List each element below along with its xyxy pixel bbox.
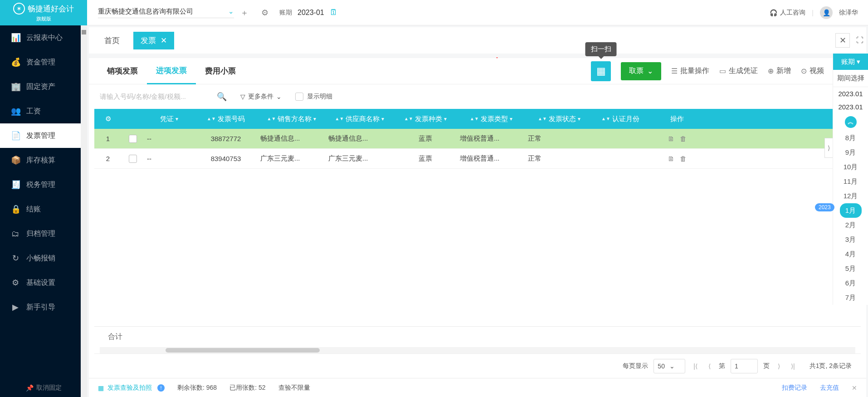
- sidebar-item-label: 基础设置: [26, 278, 55, 288]
- top-header: ✶ 畅捷通好会计 旗舰版 重庆畅捷交通信息咨询有限公司 ⌄ ＋ ⚙ 账期 202…: [0, 0, 868, 25]
- sidebar-item-salary[interactable]: 👥工资: [0, 99, 87, 123]
- video-button[interactable]: ⊙视频: [801, 66, 824, 76]
- month-item[interactable]: 2月: [833, 218, 868, 232]
- archive-icon: 🗂: [11, 229, 20, 239]
- month-item[interactable]: 3月: [833, 232, 868, 247]
- add-label: 新增: [776, 66, 791, 76]
- recharge-link[interactable]: 去充值: [820, 384, 839, 392]
- period-to[interactable]: 2023.01: [833, 100, 868, 113]
- month-item[interactable]: 8月: [833, 131, 868, 145]
- search-icon[interactable]: 🔍: [217, 92, 227, 102]
- period-collapse-handle[interactable]: ⟩: [824, 138, 833, 158]
- row-checkbox[interactable]: [129, 135, 137, 143]
- table-row[interactable]: 1 -- 38872772 畅捷通信息... 畅捷通信息... 蓝票 增值税普通…: [94, 129, 861, 149]
- sidebar-item-inventory[interactable]: 📦库存核算: [0, 148, 87, 172]
- scroll-up-button[interactable]: ︽: [845, 116, 857, 128]
- settings-icon[interactable]: ⚙: [105, 115, 111, 123]
- chart-icon: 📊: [11, 33, 20, 43]
- sort-icon: ▲▼: [404, 118, 413, 120]
- page-label: 第: [719, 362, 725, 370]
- month-item[interactable]: 10月: [833, 160, 868, 174]
- horizontal-scrollbar[interactable]: [100, 347, 855, 353]
- close-icon[interactable]: ✕: [161, 36, 167, 45]
- calendar-icon[interactable]: 🗓: [330, 8, 338, 17]
- charge-record-link[interactable]: 扣费记录: [782, 384, 807, 392]
- headset-icon: 🎧: [770, 9, 777, 16]
- unpin-button[interactable]: 📌取消固定: [0, 379, 87, 397]
- month-item[interactable]: 12月: [833, 189, 868, 203]
- show-detail-checkbox[interactable]: 显示明细: [295, 93, 332, 101]
- prev-page-button[interactable]: ⟨: [706, 363, 713, 370]
- tab-home[interactable]: 首页: [97, 32, 127, 49]
- sidebar-item-guide[interactable]: ▶新手引导: [0, 295, 87, 319]
- unpin-label: 取消固定: [36, 384, 62, 392]
- col-type[interactable]: ▲▼发票类型▾: [457, 115, 525, 123]
- sidebar-item-report[interactable]: 📊云报表中心: [0, 25, 87, 50]
- month-item-current[interactable]: 1月: [840, 203, 862, 218]
- col-voucher[interactable]: 凭证▾: [144, 115, 194, 123]
- filter-icon: ▽: [240, 93, 245, 100]
- month-item[interactable]: 7月: [833, 290, 868, 305]
- sidebar-item-invoice[interactable]: 📄发票管理: [0, 123, 87, 148]
- gear-icon[interactable]: ⚙: [261, 8, 268, 18]
- subtab-receipt[interactable]: 费用小票: [196, 58, 245, 84]
- col-supplier[interactable]: ▲▼供应商名称▾: [326, 115, 394, 123]
- month-item[interactable]: 4月: [833, 247, 868, 261]
- per-page-select[interactable]: 50⌄: [653, 359, 685, 373]
- delete-icon[interactable]: 🗑: [680, 155, 687, 162]
- table-row[interactable]: 2 -- 83940753 广东三元麦... 广东三元麦... 蓝票 增值税普通…: [94, 149, 861, 169]
- period-toggle[interactable]: 账期▾: [833, 54, 868, 70]
- first-page-button[interactable]: |⟨: [691, 363, 700, 370]
- month-item[interactable]: 6月: [833, 276, 868, 290]
- sidebar-item-funds[interactable]: 💰资金管理: [0, 50, 87, 74]
- sidebar-item-archive[interactable]: 🗂归档管理: [0, 221, 87, 246]
- avatar[interactable]: 👤: [820, 6, 833, 19]
- voucher-button[interactable]: ▭生成凭证: [719, 66, 758, 76]
- fullscreen-icon[interactable]: ⛶: [856, 36, 863, 44]
- support-label: 人工咨询: [780, 9, 805, 17]
- scan-qr-button[interactable]: 扫一扫 ▦: [591, 61, 611, 81]
- col-seller[interactable]: ▲▼销售方名称▾: [258, 115, 326, 123]
- sidebar-item-expense[interactable]: ↻小畅报销: [0, 246, 87, 270]
- sidebar-item-tax[interactable]: 🧾税务管理: [0, 172, 87, 197]
- month-item[interactable]: 11月: [833, 174, 868, 189]
- sidebar-item-assets[interactable]: 🏢固定资产: [0, 74, 87, 99]
- batch-button[interactable]: ☰批量操作: [671, 66, 709, 76]
- col-month[interactable]: ▲▼认证月份: [593, 115, 648, 123]
- close-icon[interactable]: ✕: [852, 384, 857, 392]
- tax-icon: 🧾: [11, 180, 20, 190]
- add-icon[interactable]: ＋: [240, 7, 249, 18]
- period-from[interactable]: 2023.01: [833, 87, 868, 100]
- page-tabs: 首页 发票 ✕ ✕ ⛶: [89, 27, 866, 54]
- verify-link[interactable]: ▦ 发票查验及拍照 !: [98, 384, 165, 392]
- fetch-invoice-button[interactable]: 取票 ⌄: [621, 62, 661, 80]
- close-all-tabs[interactable]: ✕: [835, 33, 850, 48]
- sidebar-item-settings[interactable]: ⚙基础设置: [0, 270, 87, 295]
- page-input[interactable]: 1: [731, 359, 758, 373]
- sidebar-scrollbar[interactable]: [81, 25, 87, 397]
- col-number[interactable]: ▲▼发票号码: [194, 115, 258, 123]
- col-op: 操作: [648, 115, 707, 123]
- subtab-purchase[interactable]: 进项发票: [147, 58, 196, 84]
- month-item[interactable]: 9月: [833, 145, 868, 160]
- sidebar-item-close[interactable]: 🔒结账: [0, 197, 87, 221]
- col-status[interactable]: ▲▼发票状态▾: [525, 115, 593, 123]
- tab-invoice[interactable]: 发票 ✕: [133, 32, 174, 49]
- row-checkbox[interactable]: [129, 155, 137, 163]
- month-item[interactable]: 5月: [833, 261, 868, 276]
- add-button[interactable]: ⊕新增: [768, 66, 791, 76]
- search-input[interactable]: [100, 93, 217, 100]
- subtab-sales[interactable]: 销项发票: [98, 58, 147, 84]
- more-conditions[interactable]: ▽ 更多条件 ⌄: [240, 93, 282, 101]
- last-page-button[interactable]: ⟩|: [788, 363, 798, 370]
- view-icon[interactable]: 🗎: [668, 155, 674, 162]
- table-body: 1 -- 38872772 畅捷通信息... 畅捷通信息... 蓝票 增值税普通…: [94, 129, 861, 169]
- company-selector[interactable]: 重庆畅捷交通信息咨询有限公司 ⌄: [98, 7, 234, 18]
- view-icon[interactable]: 🗎: [668, 135, 674, 142]
- delete-icon[interactable]: 🗑: [680, 135, 687, 142]
- col-kind[interactable]: ▲▼发票种类▾: [394, 115, 457, 123]
- next-page-button[interactable]: ⟩: [775, 363, 783, 370]
- scan-tooltip: 扫一扫: [585, 42, 617, 56]
- support-link[interactable]: 🎧 人工咨询: [770, 9, 805, 17]
- unlimited-label: 查验不限量: [278, 384, 310, 392]
